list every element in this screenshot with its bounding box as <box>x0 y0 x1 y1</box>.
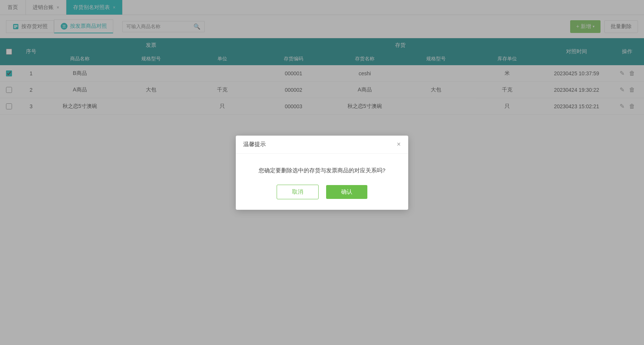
dialog: 温馨提示 × 您确定要删除选中的存货与发票商品的对应关系吗? 取消 确认 <box>236 136 408 210</box>
overlay: 温馨提示 × 您确定要删除选中的存货与发票商品的对应关系吗? 取消 确认 <box>0 0 644 345</box>
dialog-close-icon[interactable]: × <box>397 141 401 148</box>
dialog-header: 温馨提示 × <box>236 136 408 154</box>
dialog-confirm-button[interactable]: 确认 <box>326 185 367 199</box>
dialog-body: 您确定要删除选中的存货与发票商品的对应关系吗? <box>236 154 408 185</box>
dialog-message: 您确定要删除选中的存货与发票商品的对应关系吗? <box>259 167 385 173</box>
dialog-cancel-button[interactable]: 取消 <box>277 185 319 199</box>
dialog-title: 温馨提示 <box>243 141 266 148</box>
dialog-footer: 取消 确认 <box>236 185 408 210</box>
